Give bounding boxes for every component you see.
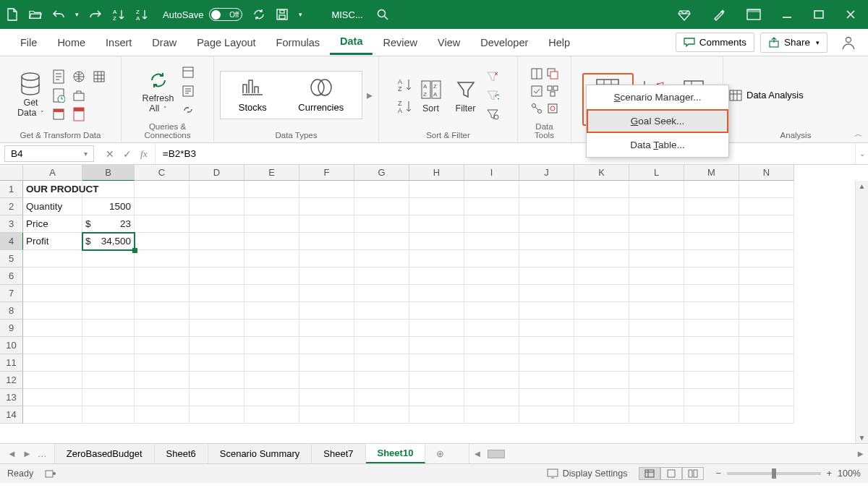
col-header-k[interactable]: K	[574, 165, 629, 181]
cell-d8[interactable]	[190, 302, 244, 320]
cell-f1[interactable]	[299, 181, 354, 198]
cell-e6[interactable]	[244, 267, 299, 285]
cell-a11[interactable]	[23, 354, 82, 372]
cell-i3[interactable]	[464, 215, 519, 233]
cell-n1[interactable]	[739, 181, 794, 198]
row-header-7[interactable]: 7	[0, 285, 23, 302]
cell-f9[interactable]	[299, 320, 354, 337]
cell-m3[interactable]	[684, 215, 739, 233]
cell-k2[interactable]	[574, 198, 629, 215]
vertical-scrollbar[interactable]: ▲▼	[855, 181, 868, 443]
sync-icon[interactable]	[252, 8, 265, 21]
cell-a14[interactable]	[23, 406, 82, 424]
cell-a4[interactable]: Profit	[23, 233, 82, 250]
sheet-tab-sheet6[interactable]: Sheet6	[155, 444, 208, 463]
maximize-icon[interactable]	[813, 9, 825, 20]
cell-m7[interactable]	[684, 285, 739, 302]
cell-f4[interactable]	[299, 233, 354, 250]
cell-h14[interactable]	[409, 406, 464, 424]
cell-i4[interactable]	[464, 233, 519, 250]
cell-c9[interactable]	[135, 320, 190, 337]
cell-n3[interactable]	[739, 215, 794, 233]
cell-j13[interactable]	[519, 389, 574, 406]
sheet-tab-sheet7[interactable]: Sheet7	[312, 444, 365, 463]
cell-g7[interactable]	[354, 285, 409, 302]
tab-formulas[interactable]: Formulas	[266, 31, 330, 54]
autosave-toggle[interactable]: AutoSave Off	[163, 8, 242, 21]
cell-g8[interactable]	[354, 302, 409, 320]
tab-page-layout[interactable]: Page Layout	[187, 31, 265, 54]
zoom-level[interactable]: 100%	[838, 468, 861, 479]
cell-i11[interactable]	[464, 354, 519, 372]
cell-k4[interactable]	[574, 233, 629, 250]
tab-developer[interactable]: Developer	[470, 31, 538, 54]
tab-review[interactable]: Review	[373, 31, 427, 54]
cell-l7[interactable]	[629, 285, 684, 302]
from-picture-icon[interactable]	[51, 107, 66, 121]
account-icon[interactable]	[833, 35, 864, 51]
cell-k14[interactable]	[574, 406, 629, 424]
cell-f6[interactable]	[299, 267, 354, 285]
cell-j12[interactable]	[519, 372, 574, 389]
cell-a2[interactable]: Quantity	[23, 198, 82, 215]
tab-view[interactable]: View	[427, 31, 470, 54]
cell-a8[interactable]	[23, 302, 82, 320]
from-table-icon[interactable]	[92, 69, 106, 84]
cell-d14[interactable]	[190, 406, 244, 424]
cell-b8[interactable]	[82, 302, 135, 320]
row-header-4[interactable]: 4	[0, 233, 23, 250]
tab-data[interactable]: Data	[330, 30, 373, 55]
row-header-1[interactable]: 1	[0, 181, 23, 198]
cell-i13[interactable]	[464, 389, 519, 406]
cell-g6[interactable]	[354, 267, 409, 285]
cell-j9[interactable]	[519, 320, 574, 337]
col-header-m[interactable]: M	[684, 165, 739, 181]
cell-e13[interactable]	[244, 389, 299, 406]
cell-d11[interactable]	[190, 354, 244, 372]
cell-g12[interactable]	[354, 372, 409, 389]
cell-g14[interactable]	[354, 406, 409, 424]
cell-m11[interactable]	[684, 354, 739, 372]
row-header-11[interactable]: 11	[0, 354, 23, 372]
clear-filter-icon[interactable]	[485, 69, 500, 84]
stocks-button[interactable]: Stocks	[239, 77, 267, 113]
cell-g5[interactable]	[354, 250, 409, 267]
cell-b6[interactable]	[82, 267, 135, 285]
cell-k11[interactable]	[574, 354, 629, 372]
cell-c4[interactable]	[135, 233, 190, 250]
cell-b10[interactable]	[82, 337, 135, 354]
redo-icon[interactable]	[89, 8, 102, 21]
cell-i6[interactable]	[464, 267, 519, 285]
cell-l13[interactable]	[629, 389, 684, 406]
refresh-all-button[interactable]: Refresh All ˅	[140, 67, 177, 116]
cell-k10[interactable]	[574, 337, 629, 354]
cell-h5[interactable]	[409, 250, 464, 267]
cell-m2[interactable]	[684, 198, 739, 215]
cell-g2[interactable]	[354, 198, 409, 215]
undo-icon[interactable]	[52, 8, 65, 21]
cell-f14[interactable]	[299, 406, 354, 424]
cell-m14[interactable]	[684, 406, 739, 424]
cell-c12[interactable]	[135, 372, 190, 389]
cell-b12[interactable]	[82, 372, 135, 389]
cell-c7[interactable]	[135, 285, 190, 302]
col-header-l[interactable]: L	[629, 165, 684, 181]
cell-k3[interactable]	[574, 215, 629, 233]
cell-d7[interactable]	[190, 285, 244, 302]
row-header-14[interactable]: 14	[0, 406, 23, 424]
cell-h10[interactable]	[409, 337, 464, 354]
cell-a12[interactable]	[23, 372, 82, 389]
cell-h9[interactable]	[409, 320, 464, 337]
cell-l2[interactable]	[629, 198, 684, 215]
edit-links-icon[interactable]	[181, 103, 195, 117]
cell-c1[interactable]	[135, 181, 190, 198]
undo-dropdown-icon[interactable]: ▾	[75, 11, 79, 18]
cell-f11[interactable]	[299, 354, 354, 372]
horizontal-scrollbar[interactable]: ◄►	[469, 444, 868, 463]
close-icon[interactable]	[845, 9, 856, 20]
zoom-control[interactable]: − + 100%	[715, 468, 861, 479]
row-header-10[interactable]: 10	[0, 337, 23, 354]
cell-h8[interactable]	[409, 302, 464, 320]
col-header-b[interactable]: B	[82, 165, 135, 181]
cell-d1[interactable]	[190, 181, 244, 198]
